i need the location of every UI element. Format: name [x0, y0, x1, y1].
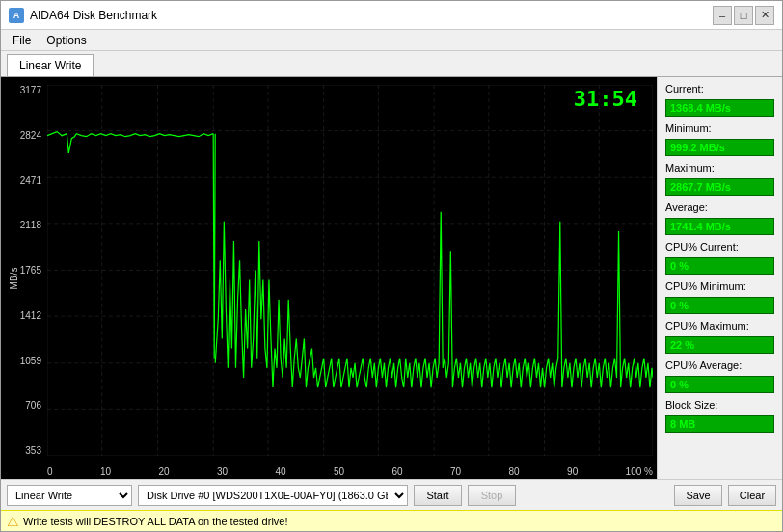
y-label-3177: 3177 [5, 85, 45, 95]
x-label-0: 0 [47, 466, 53, 477]
x-label-50: 50 [334, 466, 344, 477]
average-label: Average: [665, 201, 774, 213]
x-label-20: 20 [158, 466, 169, 477]
x-label-90: 90 [567, 466, 578, 477]
x-label-70: 70 [450, 466, 461, 477]
maximize-button[interactable]: □ [734, 6, 753, 25]
chart-svg [47, 85, 653, 456]
x-label-30: 30 [217, 466, 228, 477]
cpu-current-value: 0 % [665, 257, 774, 275]
window-title: AIDA64 Disk Benchmark [30, 9, 157, 22]
minimum-label: Minimum: [665, 122, 774, 134]
x-label-10: 10 [100, 466, 111, 477]
cpu-maximum-value: 22 % [665, 336, 774, 354]
stop-button[interactable]: Stop [468, 485, 516, 506]
y-label-353: 353 [5, 445, 45, 456]
current-value: 1368.4 MB/s [665, 99, 774, 117]
x-label-80: 80 [509, 466, 520, 477]
right-panel: Current: 1368.4 MB/s Minimum: 999.2 MB/s… [657, 77, 782, 479]
menu-bar: File Options [1, 30, 782, 51]
y-label-1412: 1412 [5, 310, 45, 321]
cpu-average-label: CPU% Average: [665, 359, 774, 371]
cpu-maximum-label: CPU% Maximum: [665, 320, 774, 332]
save-button[interactable]: Save [674, 485, 722, 506]
app-icon: A [9, 8, 24, 23]
y-axis-labels: 3177 2824 2471 2118 1765 1412 1059 706 3… [5, 85, 45, 456]
block-size-label: Block Size: [665, 399, 774, 411]
average-value: 1741.4 MB/s [665, 218, 774, 235]
app-window: A AIDA64 Disk Benchmark – □ ✕ File Optio… [0, 0, 783, 532]
cpu-minimum-value: 0 % [665, 297, 774, 314]
minimum-value: 999.2 MB/s [665, 139, 774, 156]
close-button[interactable]: ✕ [755, 6, 774, 25]
minimize-button[interactable]: – [713, 6, 732, 25]
current-label: Current: [665, 83, 774, 94]
x-label-100: 100 % [626, 466, 653, 477]
title-bar-left: A AIDA64 Disk Benchmark [9, 8, 157, 23]
tab-linear-write[interactable]: Linear Write [7, 54, 94, 76]
y-label-1059: 1059 [5, 356, 45, 366]
x-label-40: 40 [276, 466, 286, 477]
tab-bar: Linear Write [1, 51, 782, 76]
x-axis-labels: 0 10 20 30 40 50 60 70 80 90 100 % [47, 466, 653, 477]
clear-button[interactable]: Clear [728, 485, 776, 506]
block-size-value: 8 MB [665, 415, 774, 433]
warning-icon: ⚠ [7, 514, 19, 529]
cpu-minimum-label: CPU% Minimum: [665, 280, 774, 292]
menu-options[interactable]: Options [39, 32, 94, 49]
cpu-current-label: CPU% Current: [665, 241, 774, 253]
y-label-706: 706 [5, 400, 45, 411]
bottom-bar: Linear Write Linear Read Random Read Ran… [1, 479, 782, 510]
start-button[interactable]: Start [414, 485, 462, 506]
title-controls: – □ ✕ [713, 6, 774, 25]
chart-container: MB/s 3177 2824 2471 2118 1765 1412 1059 … [1, 77, 657, 479]
warning-text: Write tests will DESTROY ALL DATA on the… [23, 516, 288, 527]
y-label-1765: 1765 [5, 265, 45, 276]
drive-select-dropdown[interactable]: Disk Drive #0 [WDS200T1X0E-00AFY0] (1863… [138, 485, 408, 506]
y-label-2471: 2471 [5, 175, 45, 186]
y-label-2118: 2118 [5, 220, 45, 230]
cpu-average-value: 0 % [665, 376, 774, 393]
menu-file[interactable]: File [5, 32, 39, 49]
main-area: MB/s 3177 2824 2471 2118 1765 1412 1059 … [1, 76, 782, 479]
title-bar: A AIDA64 Disk Benchmark – □ ✕ [1, 1, 782, 30]
chart-canvas: 0 10 20 30 40 50 60 70 80 90 100 % [47, 85, 653, 456]
warning-bar: ⚠ Write tests will DESTROY ALL DATA on t… [1, 510, 782, 531]
maximum-value: 2867.7 MB/s [665, 178, 774, 196]
maximum-label: Maximum: [665, 162, 774, 173]
y-label-2824: 2824 [5, 130, 45, 141]
x-label-60: 60 [392, 466, 403, 477]
test-type-dropdown[interactable]: Linear Write Linear Read Random Read Ran… [7, 485, 132, 506]
